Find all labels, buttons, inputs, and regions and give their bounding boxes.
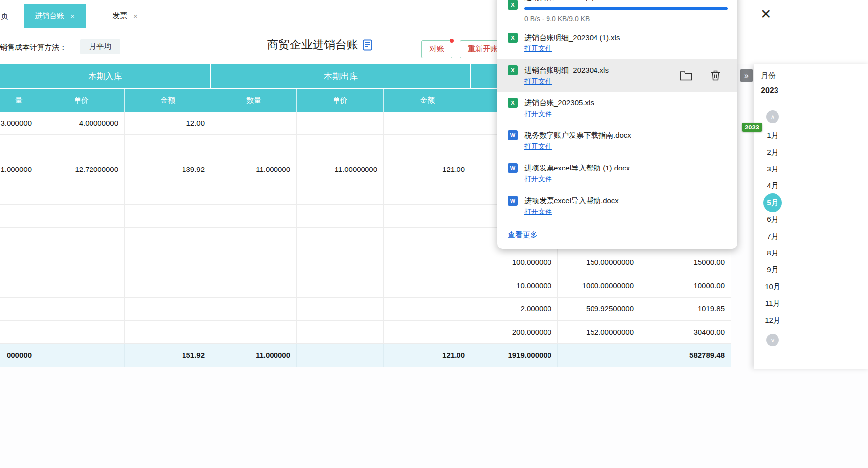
table-cell[interactable] [384, 274, 471, 298]
table-cell[interactable] [211, 228, 297, 251]
month-label[interactable]: 7月 [763, 228, 782, 245]
table-cell[interactable] [38, 274, 125, 298]
table-cell[interactable] [125, 274, 211, 298]
month-item[interactable]: 4月 [761, 177, 868, 194]
cost-method-value[interactable]: 月平均 [80, 39, 120, 54]
month-item[interactable]: 7月 [761, 228, 868, 245]
table-cell[interactable] [38, 205, 125, 228]
table-cell[interactable] [0, 135, 38, 158]
open-file-link[interactable]: 打开文件 [524, 206, 552, 217]
month-label[interactable]: 1月 [763, 127, 782, 144]
month-label[interactable]: 6月 [763, 211, 782, 228]
table-cell[interactable] [38, 298, 125, 321]
table-cell[interactable] [38, 228, 125, 251]
table-cell[interactable] [384, 205, 471, 228]
table-cell[interactable]: 3.000000 [0, 112, 38, 135]
table-cell[interactable] [211, 321, 297, 344]
table-cell[interactable]: 1019.85 [640, 298, 731, 321]
table-cell[interactable] [211, 274, 297, 298]
table-cell[interactable]: 10000.00 [640, 274, 731, 298]
table-cell[interactable]: 11.00000000 [297, 158, 384, 181]
open-file-link[interactable]: 打开文件 [524, 141, 552, 152]
table-cell[interactable] [125, 181, 211, 205]
month-label[interactable]: 11月 [763, 295, 782, 312]
table-cell[interactable] [297, 251, 384, 274]
table-cell[interactable] [38, 251, 125, 274]
month-item[interactable]: 3月 [761, 161, 868, 177]
month-item[interactable]: 5月 [761, 194, 868, 211]
table-cell[interactable] [125, 228, 211, 251]
table-cell[interactable]: 4.00000000 [38, 112, 125, 135]
table-cell[interactable]: 15000.00 [640, 251, 731, 274]
table-cell[interactable] [125, 205, 211, 228]
table-cell[interactable] [211, 251, 297, 274]
open-folder-icon[interactable] [680, 70, 692, 83]
download-filename[interactable]: 进销台账_202305 (1).xls [524, 0, 728, 3]
month-label[interactable]: 5月 [763, 193, 782, 212]
download-filename[interactable]: 进项发票excel导入帮助.docx [524, 195, 619, 206]
download-item[interactable]: X进销台账明细_202304 (1).xls打开文件 [497, 27, 737, 59]
scroll-up-icon[interactable]: ∧ [766, 110, 779, 123]
table-row[interactable]: 100.000000150.0000000015000.00 [0, 251, 731, 274]
table-cell[interactable] [297, 298, 384, 321]
table-cell[interactable] [297, 112, 384, 135]
table-cell[interactable] [211, 205, 297, 228]
table-cell[interactable] [38, 181, 125, 205]
month-item[interactable]: 6月 [761, 211, 868, 228]
table-cell[interactable] [211, 181, 297, 205]
month-label[interactable]: 10月 [763, 278, 782, 295]
table-cell[interactable] [384, 228, 471, 251]
table-cell[interactable] [384, 181, 471, 205]
table-cell[interactable] [0, 205, 38, 228]
table-cell[interactable]: 30400.00 [640, 321, 731, 344]
table-cell[interactable]: 150.00000000 [558, 251, 640, 274]
month-label[interactable]: 3月 [763, 161, 782, 177]
tab-invoice[interactable]: 发票 × [101, 4, 148, 28]
month-item[interactable]: 1月 [761, 127, 868, 144]
month-item[interactable]: 9月 [761, 261, 868, 278]
table-cell[interactable] [297, 228, 384, 251]
table-cell[interactable] [0, 274, 38, 298]
download-item[interactable]: W进项发票excel导入帮助.docx打开文件 [497, 190, 737, 222]
open-file-link[interactable]: 打开文件 [524, 108, 552, 120]
table-row[interactable]: 2.000000509.925000001019.85 [0, 298, 731, 321]
table-cell[interactable]: 12.00 [125, 112, 211, 135]
table-cell[interactable] [384, 251, 471, 274]
table-cell[interactable] [125, 321, 211, 344]
month-item[interactable]: 10月 [761, 278, 868, 295]
month-item[interactable]: 2月 [761, 144, 868, 161]
month-item[interactable]: 8月 [761, 245, 868, 261]
table-cell[interactable] [297, 274, 384, 298]
table-cell[interactable] [211, 135, 297, 158]
table-cell[interactable] [384, 298, 471, 321]
year-label[interactable]: 2023 [761, 86, 868, 95]
month-label[interactable]: 8月 [763, 245, 782, 261]
collapse-panel-icon[interactable]: » [740, 69, 753, 82]
month-item[interactable]: 11月 [761, 295, 868, 312]
tab-ledger[interactable]: 进销台账 × [24, 4, 86, 28]
table-cell[interactable]: 200.000000 [471, 321, 558, 344]
table-row[interactable]: 10.0000001000.0000000010000.00 [0, 274, 731, 298]
table-cell[interactable] [38, 135, 125, 158]
table-cell[interactable]: 1.000000 [0, 158, 38, 181]
tab-close-icon[interactable]: × [133, 12, 137, 20]
reconcile-button[interactable]: 对账 [421, 40, 452, 58]
table-cell[interactable] [384, 112, 471, 135]
table-cell[interactable] [297, 181, 384, 205]
download-item-in-progress[interactable]: X 进销台账_202305 (1).xls 0 B/s - 9.0 KB/9.0… [497, 0, 737, 27]
tab-home-partial[interactable]: 页 [1, 12, 8, 21]
close-icon[interactable]: ✕ [760, 7, 772, 22]
tab-close-icon[interactable]: × [70, 12, 75, 20]
table-row[interactable]: 200.000000152.0000000030400.00 [0, 321, 731, 344]
table-cell[interactable]: 12.72000000 [38, 158, 125, 181]
table-cell[interactable] [0, 181, 38, 205]
download-item[interactable]: X进销台账_202305.xls打开文件 [497, 92, 737, 125]
scroll-down-icon[interactable]: ∨ [766, 334, 779, 346]
download-filename[interactable]: 进销台账_202305.xls [524, 97, 594, 108]
open-file-link[interactable]: 打开文件 [524, 43, 552, 54]
table-cell[interactable] [297, 321, 384, 344]
table-cell[interactable] [125, 298, 211, 321]
table-cell[interactable]: 121.00 [384, 158, 471, 181]
table-cell[interactable] [211, 112, 297, 135]
download-item[interactable]: W进项发票excel导入帮助 (1).docx打开文件 [497, 157, 737, 190]
